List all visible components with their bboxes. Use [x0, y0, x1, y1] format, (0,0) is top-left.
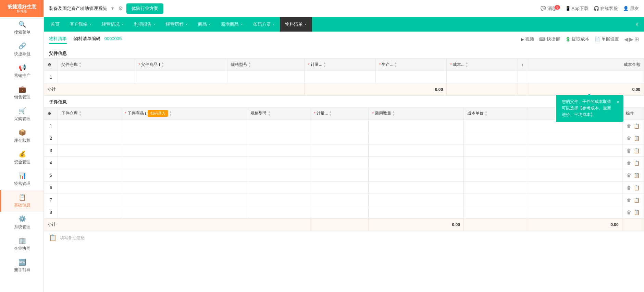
sidebar-item-system[interactable]: ⚙️ 系统管理: [0, 212, 44, 233]
sidebar-item-marketing[interactable]: 📢 营销推广: [0, 60, 44, 82]
scan-btn[interactable]: 扫码录入: [148, 110, 168, 117]
online-service-btn[interactable]: 🎧 在线客服: [594, 5, 618, 12]
copy-icon-8[interactable]: 📋: [634, 210, 640, 215]
tooltip-close-btn[interactable]: ×: [617, 98, 619, 106]
child-row-7-qty[interactable]: [369, 194, 464, 206]
child-row-4-warehouse[interactable]: [58, 157, 121, 169]
child-row-8-unit[interactable]: [310, 206, 368, 219]
child-row-5-spec[interactable]: [247, 169, 310, 182]
note-icon[interactable]: 📋: [49, 234, 57, 242]
child-row-4-qty[interactable]: [369, 157, 464, 169]
parent-row-1-spec[interactable]: [227, 71, 304, 83]
nav-tab-close-bom[interactable]: ×: [305, 22, 307, 26]
delete-icon-6[interactable]: 🗑: [627, 185, 631, 190]
user-btn[interactable]: 👤 用友: [623, 5, 639, 12]
child-row-3-qty[interactable]: [369, 144, 464, 157]
child-row-2-unit[interactable]: [310, 132, 368, 144]
nav-tab-barcode[interactable]: 条码方案×: [248, 17, 280, 32]
copy-icon-7[interactable]: 📋: [634, 197, 640, 203]
page-tab-bom[interactable]: 物料清单: [49, 34, 67, 44]
nav-tab-close-biz-history[interactable]: ×: [185, 22, 187, 26]
prev-btn[interactable]: ◀: [624, 36, 628, 43]
child-row-2-warehouse[interactable]: [58, 132, 121, 144]
child-row-2-spec[interactable]: [247, 132, 310, 144]
nav-tab-close-customer[interactable]: ×: [89, 22, 91, 26]
delete-icon-5[interactable]: 🗑: [627, 173, 631, 178]
delete-icon-7[interactable]: 🗑: [627, 197, 631, 203]
child-row-5-warehouse[interactable]: [58, 169, 121, 182]
child-row-6-goods[interactable]: [121, 182, 247, 194]
child-row-7-unit[interactable]: [310, 194, 368, 206]
sidebar-item-sales[interactable]: 💼 销售管理: [0, 82, 44, 104]
child-row-5-qty[interactable]: [369, 169, 464, 182]
copy-icon-1[interactable]: 📋: [634, 123, 640, 129]
delete-icon-1[interactable]: 🗑: [627, 123, 631, 129]
parent-th-more[interactable]: ↕: [518, 59, 528, 71]
gear-icon[interactable]: ⚙: [118, 5, 123, 12]
nav-tab-close-operation-status[interactable]: ×: [121, 22, 123, 26]
child-row-6-warehouse[interactable]: [58, 182, 121, 194]
parent-row-1-goods[interactable]: [135, 71, 227, 83]
close-tab-icon[interactable]: ✕: [632, 22, 642, 27]
delete-icon-4[interactable]: 🗑: [627, 160, 631, 166]
child-row-1-warehouse[interactable]: [58, 120, 121, 132]
sidebar-item-guide[interactable]: 🆕 新手引导: [0, 255, 44, 277]
copy-icon-3[interactable]: 📋: [634, 148, 640, 153]
parent-row-1-warehouse[interactable]: [58, 71, 135, 83]
child-row-8-warehouse[interactable]: [58, 206, 121, 219]
app-download-btn[interactable]: 📱 App下载: [565, 5, 589, 12]
nav-tab-biz-history[interactable]: 经营历程×: [161, 17, 193, 32]
nav-tab-goods[interactable]: 商品×: [193, 17, 216, 32]
sidebar-item-operation[interactable]: 📊 经营管理: [0, 168, 44, 190]
child-th-settings[interactable]: ⚙: [44, 107, 58, 120]
child-row-4-goods[interactable]: [121, 157, 247, 169]
child-row-7-spec[interactable]: [247, 194, 310, 206]
copy-icon-6[interactable]: 📋: [634, 185, 640, 190]
cost-btn[interactable]: 💲 提取成本: [565, 36, 590, 42]
message-btn[interactable]: 💬 消息 6: [541, 5, 560, 12]
note-placeholder[interactable]: 填写备注信息: [60, 235, 85, 241]
next-btn[interactable]: ▶: [629, 36, 633, 43]
child-row-1-spec[interactable]: [247, 120, 310, 132]
child-row-7-warehouse[interactable]: [58, 194, 121, 206]
child-row-8-qty[interactable]: [369, 206, 464, 219]
dropdown-arrow[interactable]: ▼: [110, 6, 115, 11]
child-row-8-unit-cost[interactable]: [463, 206, 527, 219]
sidebar-item-basic-info[interactable]: 📋 基础信息: [0, 190, 44, 212]
child-row-8-goods[interactable]: [121, 206, 247, 219]
nav-tab-home[interactable]: 首页: [46, 17, 65, 32]
child-row-7-goods[interactable]: [121, 194, 247, 206]
trial-button[interactable]: 体验行业方案: [126, 3, 163, 14]
child-row-6-spec[interactable]: [247, 182, 310, 194]
delete-icon-3[interactable]: 🗑: [627, 148, 631, 153]
sidebar-item-finance[interactable]: 💰 资金管理: [0, 147, 44, 168]
sidebar-item-quick-nav[interactable]: 🔗 快捷导航: [0, 39, 44, 60]
child-row-1-qty[interactable]: [369, 120, 464, 132]
child-row-1-unit-cost[interactable]: [463, 120, 527, 132]
sidebar-item-search[interactable]: 🔍 搜索菜单: [0, 17, 44, 39]
child-row-7-unit-cost[interactable]: [463, 194, 527, 206]
child-row-1-unit[interactable]: [310, 120, 368, 132]
grid-view-btn[interactable]: ⊞: [634, 36, 639, 43]
child-row-6-unit[interactable]: [310, 182, 368, 194]
child-row-3-goods[interactable]: [121, 144, 247, 157]
nav-tab-new-goods[interactable]: 新增商品×: [216, 17, 248, 32]
child-row-6-unit-cost[interactable]: [463, 182, 527, 194]
child-row-5-unit-cost[interactable]: [463, 169, 527, 182]
parent-th-settings[interactable]: ⚙: [44, 59, 58, 71]
copy-icon-2[interactable]: 📋: [634, 136, 640, 141]
child-row-3-unit-cost[interactable]: [463, 144, 527, 157]
nav-tab-close-goods[interactable]: ×: [209, 22, 211, 26]
child-row-8-spec[interactable]: [247, 206, 310, 219]
shortcut-btn[interactable]: ⌨ 快捷键: [539, 36, 560, 42]
child-row-4-spec[interactable]: [247, 157, 310, 169]
child-row-2-unit-cost[interactable]: [463, 132, 527, 144]
nav-tab-close-new-goods[interactable]: ×: [240, 22, 243, 26]
parent-row-1-cost[interactable]: [447, 71, 518, 83]
nav-tab-profit[interactable]: 利润报告×: [129, 17, 161, 32]
parent-row-1-produce[interactable]: [375, 71, 447, 83]
child-row-4-unit-cost[interactable]: [463, 157, 527, 169]
child-row-6-qty[interactable]: [369, 182, 464, 194]
child-row-3-warehouse[interactable]: [58, 144, 121, 157]
nav-tab-operation-status[interactable]: 经营情况×: [97, 17, 128, 32]
